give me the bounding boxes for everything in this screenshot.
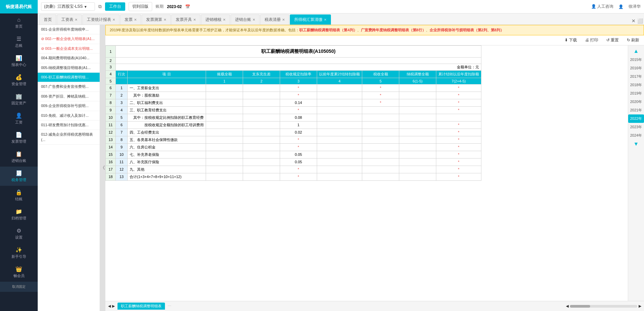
scroll-left-btn[interactable]: ◀: [566, 304, 569, 308]
print-btn[interactable]: 🖨 打印: [583, 37, 600, 44]
col-I-header: 累计结转以后年度扣除额: [436, 70, 481, 78]
tab-controls: ✕ ⬜: [631, 17, 644, 25]
list-item-006[interactable]: 006-职工薪酬纳税调整明细...: [38, 73, 100, 82]
tab-sales-ledger-close[interactable]: ✕: [252, 18, 255, 22]
tab-invoice[interactable]: 发票✕: [120, 14, 141, 25]
support-link[interactable]: 👤 人工咨询: [591, 4, 613, 9]
sidebar-item-label: 发票管理: [11, 139, 26, 144]
year-2017[interactable]: 2017年: [628, 72, 644, 81]
col-F-num: 4: [317, 78, 362, 84]
year-2020[interactable]: 2020年: [628, 98, 644, 106]
company-name: (勿删）江西股宝-LSS: [44, 4, 83, 9]
tab-audit[interactable]: 进销稽核✕: [201, 14, 230, 25]
warning-bar: 2019年度涉及取以前年度结转数据的申报表单元格需要手工维护正确，才能保证本年及…: [105, 25, 644, 35]
tab-invoice-open[interactable]: 发票开具✕: [171, 14, 200, 25]
sidebar-item-settings[interactable]: ⚙ 设置: [0, 224, 38, 243]
tab-home[interactable]: 首页: [39, 14, 56, 25]
tab-maximize[interactable]: ⬜: [637, 18, 643, 24]
sidebar-item-tax[interactable]: 🧾 税务管理: [0, 167, 38, 186]
list-item-011[interactable]: 011-研发费用加计扣除优惠...: [38, 120, 100, 130]
next-sheet-btn[interactable]: ▶: [112, 304, 115, 308]
table-row: 15 10 七、补充养老保险 0.05 *: [106, 151, 481, 158]
year-2022[interactable]: 2022年: [628, 114, 644, 123]
sidebar-item-report[interactable]: 📊 报表中心: [0, 51, 38, 71]
tab-invoice-close[interactable]: ✕: [134, 18, 137, 22]
tab-payroll-close[interactable]: ✕: [75, 18, 77, 22]
tab-close-all[interactable]: ✕: [632, 18, 636, 24]
tab-payroll[interactable]: 工资表✕: [57, 14, 82, 25]
sidebar-item-guide[interactable]: ✨ 新手引导: [0, 243, 38, 263]
sidebar-item-home[interactable]: ⌂ 首页: [0, 13, 38, 32]
cancel-fixed-btn[interactable]: 取消固定: [0, 282, 38, 292]
list-item-010[interactable]: 010-免税、减计收入及加计...: [38, 111, 100, 120]
refresh-btn[interactable]: ↻ 刷新: [625, 37, 641, 44]
year-down-btn[interactable]: ▼: [632, 140, 640, 148]
scroll-right-btn[interactable]: ▶: [639, 304, 641, 308]
sidebar-item-ledger[interactable]: ☰ 总账: [0, 32, 38, 51]
archive-icon: 📁: [15, 208, 22, 215]
year-2019[interactable]: 2019年: [628, 89, 644, 98]
guide-icon: ✨: [15, 247, 22, 253]
sidebar-item-asset-mgmt[interactable]: 💰 资金管理: [0, 71, 38, 90]
list-item-008[interactable]: 008-资产折旧、摊销及纳税...: [38, 92, 100, 101]
sales-icon: 📋: [15, 151, 22, 157]
sheet-options-icon[interactable]: ⋯: [168, 304, 171, 308]
tab-payroll-stat[interactable]: 工资统计报表✕: [82, 14, 120, 25]
horizontal-scroll[interactable]: ◀ ▶: [566, 304, 641, 308]
prev-sheet-btn[interactable]: ◀: [108, 304, 111, 308]
list-item-012[interactable]: 012-减免企业所得税优惠明细表(...: [38, 130, 100, 145]
year-2021[interactable]: 2021年: [628, 106, 644, 114]
company-selector[interactable]: (勿删）江西股宝-LSS ▾: [41, 2, 95, 11]
col-H-num: 6(1-5): [399, 78, 436, 84]
col-E-header: 税收规定扣除率: [280, 70, 317, 78]
tab-invoice-calc[interactable]: 发票测算✕: [142, 14, 171, 25]
list-item-004[interactable]: 004-期间费用明细表(A1040...: [38, 54, 100, 63]
reset-btn[interactable]: ↺ 重置: [604, 37, 621, 44]
list-item-007[interactable]: 007-广告费和业务宣传费明...: [38, 82, 100, 92]
workspace-button[interactable]: 工作台: [105, 2, 125, 11]
warning-highlight-3: 企业所得税弥补亏损明细表（第2列、第8列）: [430, 28, 504, 32]
year-2015[interactable]: 2015年: [628, 56, 644, 64]
calendar-icon[interactable]: 📅: [185, 4, 190, 9]
sidebar-item-closing[interactable]: 🔒 结账: [0, 186, 38, 205]
tab-tax-table[interactable]: 税表清册✕: [260, 14, 289, 25]
tab-tax-table-close[interactable]: ✕: [282, 18, 285, 22]
tab-invoice-calc-close[interactable]: ✕: [164, 18, 166, 22]
year-2018[interactable]: 2018年: [628, 81, 644, 89]
list-item-009[interactable]: 009-企业所得税弥补亏损明...: [38, 101, 100, 111]
tab-income-tax-close[interactable]: ✕: [324, 18, 327, 22]
col-C-header: 账载全额: [206, 70, 243, 78]
tab-payroll-stat-close[interactable]: ✕: [112, 18, 115, 22]
user-name[interactable]: 徐泽华: [629, 4, 641, 9]
list-item-005[interactable]: 005-纳税调整项目明细表(A1...: [38, 63, 100, 73]
list-item-002[interactable]: ⊘ 002-一般企业收入明细表(A1...: [38, 34, 100, 44]
sidebar-item-archive[interactable]: 📁 归档管理: [0, 205, 38, 224]
tab-invoice-open-close[interactable]: ✕: [193, 18, 196, 22]
tab-income-tax[interactable]: 所得税汇算清缴✕: [290, 14, 331, 25]
collapse-panel-btn[interactable]: 《: [100, 25, 105, 311]
oldver-button[interactable]: 切到旧版: [129, 2, 152, 11]
sidebar-item-fixed-asset[interactable]: 🏢 固定资产: [0, 90, 38, 109]
sheet-unit: 金额单位：元: [116, 64, 481, 70]
year-2016[interactable]: 2016年: [628, 64, 644, 72]
left-content-wrap: 001-企业所得税年度纳税申... ⊘ 002-一般企业收入明细表(A1... …: [38, 25, 644, 311]
sidebar-item-sales[interactable]: 📋 进销台账: [0, 147, 38, 167]
year-sidebar: ▲ 2015年 2016年 2017年 2018年 2019年 2020年 20…: [628, 45, 644, 301]
sidebar-item-payroll[interactable]: 👤 工资: [0, 109, 38, 128]
tab-audit-close[interactable]: ✕: [223, 18, 226, 22]
row-num-3: 3: [106, 64, 116, 70]
year-up-btn[interactable]: ▲: [632, 47, 640, 56]
tab-sales-ledger[interactable]: 进销台账✕: [231, 14, 260, 25]
list-item-001[interactable]: 001-企业所得税年度纳税申...: [38, 25, 100, 34]
sheet-area[interactable]: 1 职工薪酬纳税调整明细表(A105050) 2 3 金额: [105, 45, 628, 301]
home-icon: ⌂: [17, 17, 21, 23]
download-btn[interactable]: ⬇ 下载: [563, 37, 579, 44]
payroll-icon: 👤: [15, 112, 22, 119]
sidebar-item-invoice[interactable]: 📄 发票管理: [0, 128, 38, 147]
year-2023[interactable]: 2023年: [628, 123, 644, 131]
year-2024[interactable]: 2024年: [628, 131, 644, 140]
copy-icon[interactable]: ⧉: [98, 4, 102, 9]
bottom-sheet-tab[interactable]: 职工薪酬纳税调整明细表: [117, 303, 165, 310]
sidebar-item-member[interactable]: 👑 畅会员: [0, 263, 38, 282]
list-item-003[interactable]: ⊘ 003-一般企业成本支出明细...: [38, 44, 100, 54]
